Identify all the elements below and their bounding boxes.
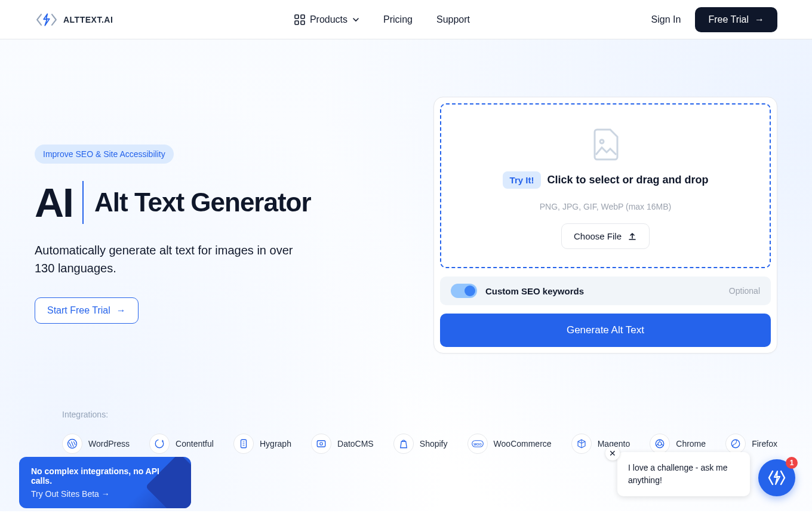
arrow-right-icon: →: [755, 14, 764, 25]
choose-file-button[interactable]: Choose File: [561, 223, 650, 249]
dropzone-hint: PNG, JPG, GIF, WebP (max 16MB): [540, 202, 671, 211]
integration-firefox[interactable]: Firefox: [725, 434, 777, 454]
integration-icon: [393, 434, 414, 454]
upload-panel: Try It! Click to select or drag and drop…: [433, 97, 777, 354]
promo-banner[interactable]: No complex integrations, no API calls. T…: [19, 457, 191, 508]
hero-heading-ai: AI: [35, 179, 82, 226]
integration-icon: [311, 434, 331, 454]
chat-widget: ✕ I love a challenge - ask me anything! …: [617, 452, 795, 496]
integration-label: DatoCMS: [337, 439, 374, 449]
hero-section: Improve SEO & Site Accessibility AI Alt …: [0, 39, 812, 511]
svg-point-6: [155, 440, 164, 448]
dropzone-label: Click to select or drag and drop: [547, 174, 708, 186]
integration-icon: WOO: [467, 434, 488, 454]
integration-icon: [650, 434, 670, 454]
integration-label: Firefox: [752, 439, 777, 449]
nav-products[interactable]: Products: [294, 14, 359, 25]
keywords-optional: Optional: [729, 286, 760, 296]
integration-woocommerce[interactable]: WOOWooCommerce: [467, 434, 552, 454]
integration-icon: [725, 434, 746, 454]
svg-point-4: [600, 140, 604, 143]
svg-rect-8: [317, 441, 325, 447]
signin-link[interactable]: Sign In: [651, 14, 681, 25]
promo-title: No complex integrations, no API calls.: [31, 466, 179, 486]
integrations-section: Integrations: WordPressContentfulHygraph…: [62, 410, 777, 454]
integration-hygraph[interactable]: Hygraph: [233, 434, 291, 454]
chat-bubble[interactable]: ✕ I love a challenge - ask me anything!: [617, 452, 750, 496]
hero-left: Improve SEO & Site Accessibility AI Alt …: [35, 97, 345, 354]
svg-rect-0: [295, 15, 299, 19]
svg-rect-1: [301, 15, 304, 19]
chevron-down-icon: [352, 16, 359, 23]
nav-pricing[interactable]: Pricing: [383, 14, 413, 25]
tagline-pill: Improve SEO & Site Accessibility: [35, 145, 174, 164]
generate-button[interactable]: Generate Alt Text: [440, 314, 771, 347]
logo-icon: [35, 8, 59, 32]
logo[interactable]: ALTTEXT.AI: [35, 8, 113, 32]
hero-heading-rest: Alt Text Generator: [94, 188, 311, 217]
integrations-row: WordPressContentfulHygraphDatoCMSShopify…: [62, 434, 777, 454]
chat-logo-icon: [767, 468, 787, 488]
hero-subheading: Automatically generate alt text for imag…: [35, 241, 297, 277]
integrations-title: Integrations:: [62, 410, 777, 419]
integration-icon: [62, 434, 82, 454]
svg-rect-2: [295, 21, 299, 24]
integration-label: Contentful: [176, 439, 214, 449]
integration-label: Shopify: [420, 439, 448, 449]
integration-chrome[interactable]: Chrome: [650, 434, 706, 454]
hero-right: Try It! Click to select or drag and drop…: [359, 97, 777, 354]
chat-message: I love a challenge - ask me anything!: [628, 463, 728, 485]
promo-sub: Try Out Sites Beta →: [31, 489, 179, 499]
integration-contentful[interactable]: Contentful: [149, 434, 214, 454]
keywords-toggle[interactable]: [451, 284, 477, 298]
integration-label: WooCommerce: [494, 439, 552, 449]
image-icon: [591, 128, 620, 163]
integration-wordpress[interactable]: WordPress: [62, 434, 130, 454]
close-icon: ✕: [609, 447, 616, 460]
hero-heading-divider: [82, 181, 84, 224]
free-trial-button[interactable]: Free Trial →: [695, 7, 777, 32]
try-it-pill: Try It!: [503, 171, 542, 189]
nav-support[interactable]: Support: [436, 14, 470, 25]
svg-rect-3: [301, 21, 304, 24]
integration-icon: [571, 434, 592, 454]
start-free-trial-button[interactable]: Start Free Trial →: [35, 297, 139, 324]
arrow-right-icon: →: [116, 305, 126, 316]
grid-icon: [294, 14, 305, 25]
integration-label: WordPress: [88, 439, 130, 449]
integration-shopify[interactable]: Shopify: [393, 434, 448, 454]
integration-label: Hygraph: [260, 439, 291, 449]
logo-text: ALTTEXT.AI: [63, 15, 113, 24]
dropzone[interactable]: Try It! Click to select or drag and drop…: [440, 103, 771, 268]
toggle-knob: [465, 285, 475, 296]
nav-right: Sign In Free Trial →: [651, 7, 777, 32]
integration-datocms[interactable]: DatoCMS: [311, 434, 374, 454]
svg-text:WOO: WOO: [473, 443, 481, 446]
main-header: ALTTEXT.AI Products Pricing Support Sign…: [0, 0, 812, 39]
svg-point-9: [320, 443, 323, 446]
nav-center: Products Pricing Support: [294, 14, 470, 25]
chat-fab[interactable]: 1: [758, 459, 795, 496]
chat-close-button[interactable]: ✕: [605, 446, 620, 460]
chat-badge: 1: [786, 457, 798, 469]
keywords-label: Custom SEO keywords: [485, 286, 721, 296]
upload-icon: [628, 232, 637, 241]
integration-label: Chrome: [676, 439, 706, 449]
integration-icon: [233, 434, 254, 454]
integration-magento[interactable]: Magento: [571, 434, 630, 454]
keywords-bar: Custom SEO keywords Optional: [440, 277, 771, 305]
svg-point-13: [658, 442, 662, 446]
integration-icon: [149, 434, 170, 454]
